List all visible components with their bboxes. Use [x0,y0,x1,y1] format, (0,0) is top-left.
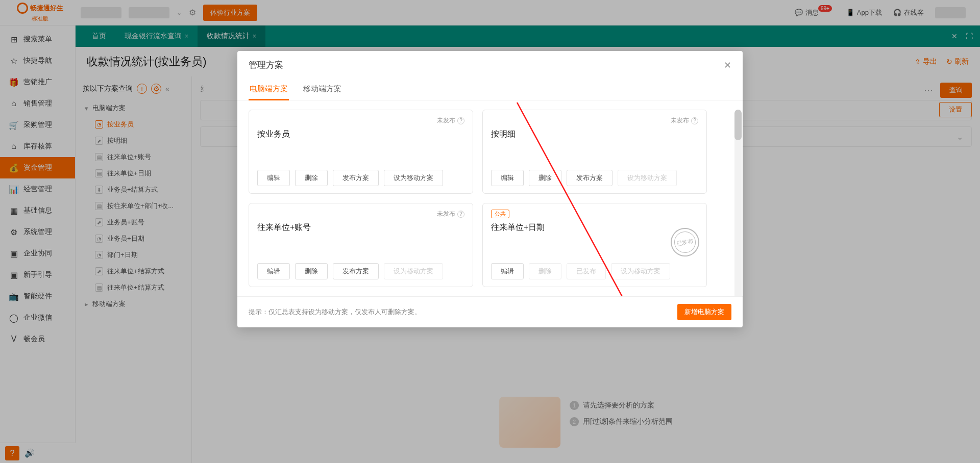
set-mobile-button: 设为移动方案 [618,170,677,186]
modal-tip: 提示：仅汇总表支持设为移动方案，仅发布人可删除方案。 [249,307,421,317]
delete-button[interactable]: 删除 [529,170,561,186]
help-icon[interactable]: ? [691,117,698,124]
modal-overlay: 管理方案 ✕ 电脑端方案 移动端方案 未发布?按业务员编辑删除发布方案设为移动方… [0,0,980,463]
scheme-card: 未发布?按明细编辑删除发布方案设为移动方案 [482,110,707,194]
modal-tab-mobile[interactable]: 移动端方案 [302,79,342,100]
set-mobile-button: 设为移动方案 [384,263,443,279]
close-icon[interactable]: ✕ [724,60,731,71]
publish-button[interactable]: 发布方案 [567,170,612,186]
edit-button[interactable]: 编辑 [491,263,524,279]
scheme-card: 未发布?往来单位+账号编辑删除发布方案设为移动方案 [249,203,473,287]
card-title: 按业务员 [257,129,464,165]
set-mobile-button: 设为移动方案 [611,263,670,279]
delete-button[interactable]: 删除 [295,170,328,186]
help-icon[interactable]: ? [457,211,464,218]
public-tag: 公共 [491,210,509,218]
publish-button[interactable]: 发布方案 [333,170,379,186]
publish-button: 已发布 [567,263,606,279]
add-pc-scheme-button[interactable]: 新增电脑方案 [677,304,731,320]
scheme-card: 公共往来单位+日期已发布编辑删除已发布设为移动方案 [482,203,707,287]
modal-tab-pc[interactable]: 电脑端方案 [249,79,289,100]
card-title: 往来单位+账号 [257,222,464,258]
modal-scrollbar[interactable] [734,110,742,296]
delete-button: 删除 [529,263,561,279]
edit-button[interactable]: 编辑 [257,170,290,186]
manage-scheme-modal: 管理方案 ✕ 电脑端方案 移动端方案 未发布?按业务员编辑删除发布方案设为移动方… [237,51,743,327]
modal-title: 管理方案 [249,59,283,71]
set-mobile-button[interactable]: 设为移动方案 [384,170,443,186]
edit-button[interactable]: 编辑 [257,263,290,279]
help-icon[interactable]: ? [457,117,464,124]
delete-button[interactable]: 删除 [295,263,328,279]
publish-button[interactable]: 发布方案 [333,263,379,279]
edit-button[interactable]: 编辑 [491,170,524,186]
card-title: 按明细 [491,129,698,165]
card-title: 往来单位+日期 [491,222,698,258]
status-text: 未发布 [437,210,455,218]
status-text: 未发布 [437,116,455,125]
status-text: 未发布 [671,116,689,125]
scheme-card: 未发布?按业务员编辑删除发布方案设为移动方案 [249,110,473,194]
